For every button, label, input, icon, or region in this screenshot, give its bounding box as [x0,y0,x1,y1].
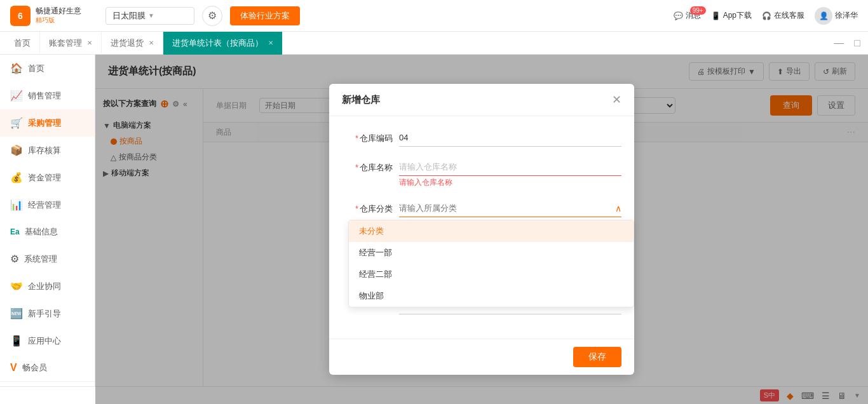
warehouse-category-label: 仓库分类 [342,199,393,215]
tab-account[interactable]: 账套管理 ✕ [40,32,102,55]
message-badge: 99+ [690,6,706,15]
apps-icon: 📱 [10,335,23,347]
content-area: 进货单统计(按商品) 🖨 按模板打印 ▼ ⬆ 导出 ↺ 刷新 [95,55,868,404]
inventory-icon: 📦 [10,144,23,156]
modal-header: 新增仓库 ✕ [329,84,634,116]
tab-purchase-stat[interactable]: 进货单统计表（按商品） ✕ [163,32,283,55]
logo-icon: 6 [10,6,31,26]
sidebar-item-sales[interactable]: 📈 销售管理 [0,82,95,109]
sidebar-item-apps-label: 应用中心 [28,335,61,347]
sidebar-item-guide[interactable]: 🆕 新手引导 [0,300,95,327]
trial-btn[interactable]: 体验行业方案 [230,6,300,25]
modal-title: 新增仓库 [342,94,380,106]
finance-icon: 💰 [10,172,23,184]
sidebar-item-basic-info[interactable]: Ea 基础信息 [0,219,95,245]
sidebar-item-management[interactable]: 📊 经营管理 [0,191,95,219]
form-row-name: 仓库名称 请输入仓库名称 [342,158,621,188]
sidebar-item-membership[interactable]: V 畅会员 [0,354,95,381]
modal-footer: 保存 [329,339,634,375]
purchase-icon: 🛒 [10,117,23,129]
warehouse-code-input[interactable] [399,129,621,147]
message-item[interactable]: 💬 消息 99+ [674,10,701,21]
user-item[interactable]: 👤 徐泽华 [815,7,858,25]
warehouse-code-label: 仓库编码 [342,129,393,144]
sidebar-item-home[interactable]: 🏠 首页 [0,55,95,82]
dropdown-item-0[interactable]: 未分类 [349,220,634,242]
dropdown-arrow-icon[interactable]: ∧ [615,203,621,213]
sidebar-item-enterprise-label: 企业协同 [28,281,61,292]
close-tab-purchase-return[interactable]: ✕ [149,39,154,46]
dropdown-item-3[interactable]: 物业部 [349,285,634,307]
sidebar: 🏠 首页 📈 销售管理 🛒 采购管理 📦 库存核算 💰 资金管理 📊 经营管理 … [0,55,95,404]
store-name: 日太阳膜 [112,10,146,22]
store-arrow-icon: ▼ [148,12,154,19]
home-icon: 🏠 [10,62,23,74]
top-center: 日太阳膜 ▼ ⚙ 体验行业方案 [105,6,674,26]
enterprise-icon: 🤝 [10,280,23,292]
settings-icon[interactable]: ⚙ [202,6,222,26]
online-service-item[interactable]: 🎧 在线客服 [762,10,804,21]
sidebar-item-membership-label: 畅会员 [22,362,47,374]
tab-purchase-return-label: 进货退货 [111,37,144,49]
dropdown-item-2[interactable]: 经营二部 [349,264,634,285]
tab-purchase-return[interactable]: 进货退货 ✕ [102,32,163,55]
logo-text: 畅捷通好生意 [36,6,81,17]
warehouse-category-input[interactable] [399,199,615,217]
management-icon: 📊 [10,199,23,211]
warehouse-code-field-wrap [399,129,621,147]
tab-maximize-icon[interactable]: □ [851,37,863,49]
logo-sub: 精巧版 [36,16,81,25]
tab-minimize-icon[interactable]: — [831,37,846,49]
modal-overlay: 新增仓库 ✕ 仓库编码 仓库名称 [95,55,868,404]
sidebar-item-finance-label: 资金管理 [28,172,61,184]
sidebar-item-inventory-label: 库存核算 [28,145,61,156]
message-icon: 💬 [674,11,683,20]
tab-bar-actions: — □ [831,37,863,49]
warehouse-name-field-wrap: 请输入仓库名称 [399,158,621,188]
sidebar-item-management-label: 经营管理 [28,199,61,211]
app-download-icon: 📱 [711,11,721,20]
app-download-label: App下载 [723,10,752,21]
system-icon: ⚙ [10,253,19,265]
warehouse-name-label: 仓库名称 [342,158,393,173]
sidebar-item-apps[interactable]: 📱 应用中心 [0,327,95,354]
basic-info-icon: Ea [10,227,20,236]
tab-bar: 首页 账套管理 ✕ 进货退货 ✕ 进货单统计表（按商品） ✕ — □ [0,32,868,55]
sales-icon: 📈 [10,90,23,102]
warehouse-name-input[interactable] [399,158,621,176]
sidebar-item-enterprise[interactable]: 🤝 企业协同 [0,273,95,300]
main-layout: 🏠 首页 📈 销售管理 🛒 采购管理 📦 库存核算 💰 资金管理 📊 经营管理 … [0,55,868,404]
headset-icon: 🎧 [762,11,771,20]
app-download-item[interactable]: 📱 App下载 [711,10,752,21]
form-row-code: 仓库编码 [342,129,621,147]
sidebar-item-purchase-label: 采购管理 [28,118,61,129]
form-row-category: 仓库分类 ∧ 未分类 经营一部 经营二部 物业部 [342,199,621,217]
avatar: 👤 [815,7,832,25]
sidebar-item-guide-label: 新手引导 [28,308,61,320]
sidebar-item-inventory[interactable]: 📦 库存核算 [0,137,95,164]
tab-purchase-stat-label: 进货单统计表（按商品） [172,37,263,49]
dropdown-item-1[interactable]: 经营一部 [349,242,634,264]
guide-icon: 🆕 [10,307,23,320]
warehouse-name-error: 请输入仓库名称 [399,177,621,188]
warehouse-category-dropdown: ∧ 未分类 经营一部 经营二部 物业部 [399,199,621,217]
logo-area: 6 畅捷通好生意 精巧版 [10,6,105,26]
membership-icon: V [10,362,17,374]
sidebar-item-system[interactable]: ⚙ 系统管理 [0,245,95,273]
username: 徐泽华 [835,10,858,21]
dropdown-input-row: ∧ [399,199,621,217]
sidebar-item-basic-info-label: 基础信息 [25,226,58,238]
save-btn[interactable]: 保存 [573,347,621,367]
dropdown-list: 未分类 经营一部 经营二部 物业部 [348,220,634,307]
tab-account-label: 账套管理 [49,37,82,49]
close-tab-account[interactable]: ✕ [87,39,92,46]
top-bar: 6 畅捷通好生意 精巧版 日太阳膜 ▼ ⚙ 体验行业方案 💬 消息 99+ 📱 … [0,0,868,32]
tab-home[interactable]: 首页 [5,32,40,55]
sidebar-item-purchase[interactable]: 🛒 采购管理 [0,109,95,137]
top-right: 💬 消息 99+ 📱 App下载 🎧 在线客服 👤 徐泽华 [674,7,858,25]
modal-close-btn[interactable]: ✕ [612,93,621,107]
modal-body: 仓库编码 仓库名称 请输入仓库名称 [329,116,634,339]
close-tab-purchase-stat[interactable]: ✕ [268,39,273,46]
sidebar-item-finance[interactable]: 💰 资金管理 [0,164,95,191]
store-selector[interactable]: 日太阳膜 ▼ [105,7,194,25]
